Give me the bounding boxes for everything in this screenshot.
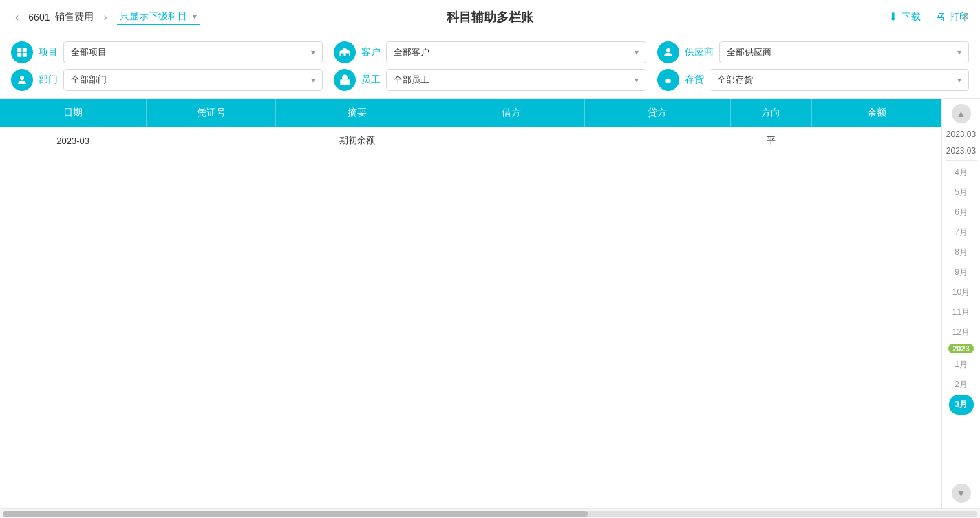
- header-direction: 方向: [730, 99, 811, 127]
- timeline-year-badge[interactable]: 2023: [948, 344, 973, 353]
- project-label: 项目: [39, 46, 58, 59]
- employee-select[interactable]: 全部员工 ▾: [386, 69, 646, 91]
- header-credit: 贷方: [584, 99, 730, 127]
- filter-employee: 员工 全部员工 ▾: [334, 69, 646, 91]
- header-summary: 摘要: [276, 99, 438, 127]
- timeline-month-4[interactable]: 4月: [942, 163, 980, 183]
- title-bar-right: ⬇ 下载 🖨 打印 ×: [888, 10, 969, 23]
- inventory-chevron-icon: ▾: [957, 75, 961, 85]
- filter-row-1: 项目 全部项目 ▾ 客户 全部客户 ▾: [11, 41, 969, 63]
- main-area: 日期 凭证号 摘要 借方 贷方 方向 余额 2023-03 期初余额: [0, 99, 980, 508]
- svg-rect-3: [23, 53, 27, 57]
- inventory-label: 存货: [685, 74, 704, 86]
- employee-chevron-icon: ▾: [635, 75, 639, 85]
- timeline-month-7[interactable]: 7月: [942, 222, 980, 242]
- employee-icon: [334, 69, 356, 91]
- account-name: 销售费用: [55, 11, 94, 23]
- project-chevron-icon: ▾: [311, 48, 315, 57]
- department-value: 全部部门: [71, 74, 107, 86]
- svg-point-4: [666, 48, 670, 52]
- filter-row-2: 部门 全部部门 ▾ 员工 全部员工 ▾: [11, 69, 969, 91]
- title-bar: ‹ 6601 销售费用 › 只显示下级科目 ▾ 科目辅助多栏账 ⬇ 下载 🖨 打…: [0, 0, 980, 34]
- header-date: 日期: [0, 99, 146, 127]
- chevron-down-icon: ▾: [193, 12, 197, 21]
- project-select[interactable]: 全部项目 ▾: [63, 41, 323, 63]
- timeline-month-3-active[interactable]: 3月: [949, 395, 974, 415]
- department-icon: [11, 69, 33, 91]
- header-debit: 借方: [438, 99, 584, 127]
- table-header-row: 日期 凭证号 摘要 借方 贷方 方向 余额: [0, 99, 941, 127]
- filter-project: 项目 全部项目 ▾: [11, 41, 323, 63]
- supplier-select[interactable]: 全部供应商 ▾: [719, 41, 969, 63]
- scroll-thumb: [3, 511, 588, 517]
- close-button[interactable]: ×: [961, 10, 969, 24]
- svg-rect-2: [17, 53, 21, 57]
- filter-department: 部门 全部部门 ▾: [11, 69, 323, 91]
- table-row: 2023-03 期初余额 平: [0, 127, 941, 154]
- prev-account-button[interactable]: ‹: [11, 10, 23, 25]
- customer-value: 全部客户: [394, 46, 429, 59]
- employee-value: 全部员工: [394, 74, 429, 86]
- header-balance: 余额: [811, 99, 941, 127]
- svg-point-5: [20, 76, 24, 80]
- customer-select[interactable]: 全部客户 ▾: [386, 41, 646, 63]
- timeline-month-12[interactable]: 12月: [942, 322, 980, 342]
- filter-supplier: 供应商 全部供应商 ▾: [657, 41, 969, 63]
- project-value: 全部项目: [71, 46, 107, 59]
- show-sub-button[interactable]: 只显示下级科目 ▾: [117, 9, 200, 25]
- department-select[interactable]: 全部部门 ▾: [63, 69, 323, 91]
- horizontal-scrollbar[interactable]: [0, 508, 980, 518]
- table-area: 日期 凭证号 摘要 借方 贷方 方向 余额 2023-03 期初余额: [0, 99, 941, 508]
- side-timeline: ▲ 2023.03 2023.03 4月 5月 6月 7月 8月 9月 10月 …: [941, 99, 980, 508]
- timeline-month-8[interactable]: 8月: [942, 242, 980, 262]
- timeline-down-arrow[interactable]: ▼: [952, 484, 971, 503]
- filter-bar: 项目 全部项目 ▾ 客户 全部客户 ▾: [0, 34, 980, 99]
- row-date: 2023-03: [0, 127, 146, 154]
- svg-rect-6: [341, 79, 350, 85]
- timeline-month-6[interactable]: 6月: [942, 203, 980, 222]
- inventory-select[interactable]: 全部存货 ▾: [710, 69, 969, 91]
- timeline-month-1[interactable]: 1月: [942, 355, 980, 375]
- show-sub-label: 只显示下级科目: [120, 10, 187, 23]
- customer-icon: [334, 41, 356, 63]
- header-voucher: 凭证号: [146, 99, 276, 127]
- account-code: 6601: [28, 12, 50, 23]
- row-balance: [811, 127, 941, 154]
- timeline-month-11[interactable]: 11月: [942, 302, 980, 322]
- title-bar-left: ‹ 6601 销售费用 › 只显示下级科目 ▾: [11, 9, 200, 25]
- row-credit: [584, 127, 730, 154]
- employee-label: 员工: [361, 74, 381, 86]
- inventory-value: 全部存货: [717, 74, 753, 86]
- next-account-button[interactable]: ›: [99, 10, 111, 25]
- row-summary: 期初余额: [276, 127, 438, 154]
- svg-rect-0: [17, 48, 21, 52]
- timeline-item-top2[interactable]: 2023.03: [942, 143, 980, 159]
- scroll-track: [3, 511, 977, 517]
- row-direction: 平: [730, 127, 811, 154]
- download-button[interactable]: ⬇ 下载: [888, 10, 921, 23]
- download-label: 下载: [902, 11, 921, 23]
- supplier-value: 全部供应商: [727, 46, 771, 59]
- timeline-item-top1[interactable]: 2023.03: [942, 126, 980, 143]
- timeline-month-2[interactable]: 2月: [942, 375, 980, 395]
- ledger-table: 日期 凭证号 摘要 借方 贷方 方向 余额 2023-03 期初余额: [0, 99, 941, 154]
- timeline-divider-1: [946, 160, 977, 161]
- department-chevron-icon: ▾: [311, 75, 315, 85]
- department-label: 部门: [39, 74, 58, 86]
- timeline-up-arrow[interactable]: ▲: [952, 104, 971, 123]
- timeline-month-9[interactable]: 9月: [942, 262, 980, 282]
- row-voucher: [146, 127, 276, 154]
- timeline-month-5[interactable]: 5月: [942, 183, 980, 203]
- supplier-icon: [657, 41, 679, 63]
- download-icon: ⬇: [888, 10, 897, 23]
- supplier-label: 供应商: [685, 46, 714, 59]
- inventory-icon: [657, 69, 679, 91]
- customer-chevron-icon: ▾: [635, 48, 639, 57]
- row-debit: [438, 127, 584, 154]
- page-title: 科目辅助多栏账: [447, 9, 533, 25]
- filter-customer: 客户 全部客户 ▾: [334, 41, 646, 63]
- project-icon: [11, 41, 33, 63]
- timeline-month-10[interactable]: 10月: [942, 282, 980, 302]
- svg-rect-1: [23, 48, 27, 52]
- customer-label: 客户: [361, 46, 381, 59]
